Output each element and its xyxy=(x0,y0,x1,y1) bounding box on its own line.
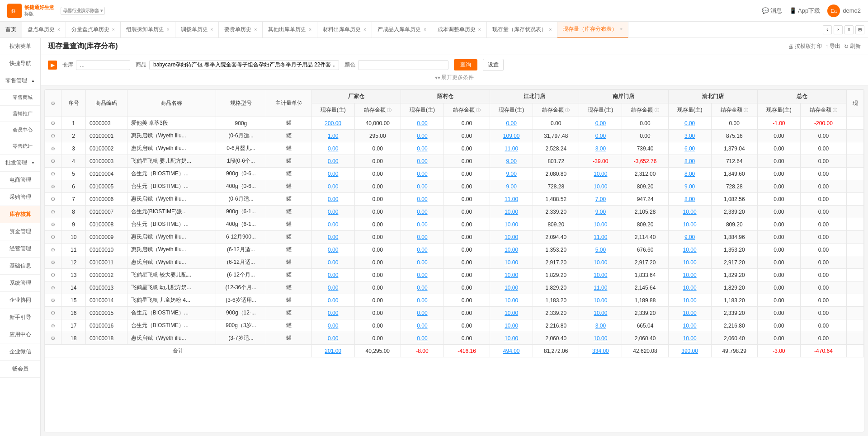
total-fj-qty[interactable]: 201.00 xyxy=(311,345,354,357)
total-na-qty[interactable]: 334.00 xyxy=(579,345,622,357)
row-gear[interactable]: ⚙ xyxy=(45,218,61,231)
tab-fpanding[interactable]: 分量盘点单历史 × xyxy=(66,22,121,38)
sidebar-item-guide[interactable]: 新手引导 xyxy=(0,309,40,326)
sidebar-item-purchase[interactable]: 采购管理 xyxy=(0,189,40,206)
sidebar-item-retail-mgmt[interactable]: 零售管理 ▲ xyxy=(0,72,40,89)
row-fj-qty[interactable]: 0.00 xyxy=(311,244,354,256)
row-fj-qty[interactable]: 0.00 xyxy=(311,294,354,307)
row-jb-qty[interactable]: 10.00 xyxy=(490,218,533,231)
sidebar-item-retail-stats[interactable]: 零售统计 xyxy=(0,138,40,155)
row-fj-qty[interactable]: 0.00 xyxy=(311,231,354,244)
row-jb-qty[interactable]: 10.00 xyxy=(490,256,533,269)
export-btn[interactable]: ↑ 导出 xyxy=(826,42,840,50)
close-tab-assembl[interactable]: × xyxy=(167,27,170,32)
row-yb-qty[interactable]: 3.00 xyxy=(668,130,711,142)
sidebar-item-quick-nav[interactable]: 快捷导航 xyxy=(0,55,40,72)
row-yb-qty[interactable]: 0.00 xyxy=(668,117,711,130)
row-yb-qty[interactable]: 10.00 xyxy=(668,269,711,281)
row-jb-qty[interactable]: 10.00 xyxy=(490,244,533,256)
row-na-qty[interactable]: 0.00 xyxy=(579,130,622,142)
close-tab-yaohuo[interactable]: × xyxy=(254,27,257,32)
goods-input[interactable] xyxy=(149,60,339,70)
row-jb-qty[interactable]: 9.00 xyxy=(490,155,533,168)
nav-expand-btn[interactable]: ⊞ xyxy=(855,25,864,34)
print-btn[interactable]: 🖨 按模版打印 xyxy=(788,42,822,50)
row-fj-qty[interactable]: 1.00 xyxy=(311,130,354,142)
row-na-qty[interactable]: 10.00 xyxy=(579,180,622,193)
close-tab-diaob[interactable]: × xyxy=(211,27,213,32)
row-fj-qty[interactable]: 0.00 xyxy=(311,180,354,193)
row-gear[interactable]: ⚙ xyxy=(45,244,61,256)
sidebar-item-search[interactable]: 搜索英单 xyxy=(0,38,40,55)
row-fj-qty[interactable]: 0.00 xyxy=(311,307,354,319)
tab-production[interactable]: 产成品入库单历史 × xyxy=(372,22,432,38)
row-na-qty[interactable]: 10.00 xyxy=(579,218,622,231)
row-mc-qty[interactable]: 0.00 xyxy=(401,281,443,294)
row-mc-qty[interactable]: 0.00 xyxy=(401,206,443,218)
sidebar-item-app-center[interactable]: 应用中心 xyxy=(0,326,40,343)
row-mc-qty[interactable]: 0.00 xyxy=(401,142,443,155)
row-mc-qty[interactable]: 0.00 xyxy=(401,168,443,180)
row-mc-qty[interactable]: 0.00 xyxy=(401,256,443,269)
sidebar-item-enterprise[interactable]: 企业协同 xyxy=(0,292,40,309)
row-mc-qty[interactable]: 0.00 xyxy=(401,269,443,281)
row-mc-qty[interactable]: 0.00 xyxy=(401,193,443,206)
row-gear[interactable]: ⚙ xyxy=(45,231,61,244)
row-mc-qty[interactable]: 0.00 xyxy=(401,332,443,345)
row-na-qty[interactable]: -39.00 xyxy=(579,155,622,168)
tab-stock-status[interactable]: 现存量（库存状况表） × xyxy=(487,22,558,38)
row-fj-qty[interactable]: 0.00 xyxy=(311,332,354,345)
row-mc-qty[interactable]: 0.00 xyxy=(401,155,443,168)
industry-selector[interactable]: 母婴行业演示陈套 ▾ xyxy=(61,7,105,15)
sidebar-item-inventory[interactable]: 库存核算 xyxy=(0,206,40,223)
row-yb-qty[interactable]: 10.00 xyxy=(668,244,711,256)
row-na-qty[interactable]: 10.00 xyxy=(579,332,622,345)
color-input[interactable] xyxy=(358,60,448,70)
close-tab-panding[interactable]: × xyxy=(57,27,60,32)
row-gear[interactable]: ⚙ xyxy=(45,180,61,193)
close-tab-fpanding[interactable]: × xyxy=(112,27,115,32)
row-gear[interactable]: ⚙ xyxy=(45,269,61,281)
row-gear[interactable]: ⚙ xyxy=(45,319,61,332)
row-yb-qty[interactable]: 10.00 xyxy=(668,332,711,345)
row-na-qty[interactable]: 10.00 xyxy=(579,294,622,307)
row-na-qty[interactable]: 10.00 xyxy=(579,269,622,281)
sidebar-item-ecommerce[interactable]: 电商管理 xyxy=(0,172,40,189)
row-yb-qty[interactable]: 8.00 xyxy=(668,168,711,180)
row-jb-qty[interactable]: 10.00 xyxy=(490,319,533,332)
row-jb-qty[interactable]: 10.00 xyxy=(490,294,533,307)
row-na-qty[interactable]: 11.00 xyxy=(579,281,622,294)
row-yb-qty[interactable]: 10.00 xyxy=(668,307,711,319)
row-mc-qty[interactable]: 0.00 xyxy=(401,231,443,244)
nav-prev-btn[interactable]: ‹ xyxy=(823,25,832,34)
warehouse-input[interactable] xyxy=(76,60,130,70)
row-yb-qty[interactable]: 10.00 xyxy=(668,319,711,332)
close-tab-cost-adj[interactable]: × xyxy=(478,27,481,32)
sidebar-item-member-club[interactable]: 畅会员 xyxy=(0,361,40,378)
tab-cost-adj[interactable]: 成本调整单历史 × xyxy=(432,22,487,38)
row-gear[interactable]: ⚙ xyxy=(45,294,61,307)
row-na-qty[interactable]: 10.00 xyxy=(579,307,622,319)
row-yb-qty[interactable]: 10.00 xyxy=(668,206,711,218)
sidebar-item-wechat[interactable]: 企业微信 xyxy=(0,343,40,361)
row-gear[interactable]: ⚙ xyxy=(45,117,61,130)
sidebar-item-retail-mall[interactable]: 零售商城 xyxy=(0,89,40,106)
filter-expand-arrow[interactable]: ▶ xyxy=(48,61,57,70)
row-jb-qty[interactable]: 10.00 xyxy=(490,269,533,281)
row-na-qty[interactable]: 3.00 xyxy=(579,142,622,155)
row-fj-qty[interactable]: 200.00 xyxy=(311,117,354,130)
tab-stock-dist[interactable]: 现存量（库存分布表） × xyxy=(557,22,628,38)
row-jb-qty[interactable]: 109.00 xyxy=(490,130,533,142)
row-yb-qty[interactable]: 10.00 xyxy=(668,294,711,307)
sidebar-item-system[interactable]: 系统管理 xyxy=(0,275,40,292)
row-na-qty[interactable]: 10.00 xyxy=(579,168,622,180)
row-gear[interactable]: ⚙ xyxy=(45,168,61,180)
sidebar-item-marketing[interactable]: 营销推广 xyxy=(0,106,40,122)
row-yb-qty[interactable]: 10.00 xyxy=(668,218,711,231)
row-fj-qty[interactable]: 0.00 xyxy=(311,256,354,269)
row-mc-qty[interactable]: 0.00 xyxy=(401,130,443,142)
row-fj-qty[interactable]: 0.00 xyxy=(311,142,354,155)
row-mc-qty[interactable]: 0.00 xyxy=(401,117,443,130)
close-tab-material[interactable]: × xyxy=(363,27,366,32)
row-fj-qty[interactable]: 0.00 xyxy=(311,155,354,168)
